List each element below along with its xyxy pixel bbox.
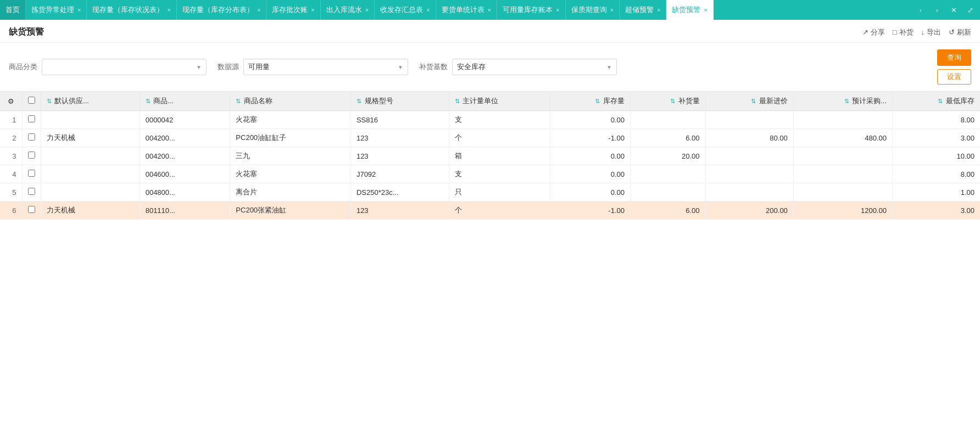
th-supplier[interactable]: ⇅ 默认供应... <box>41 92 140 111</box>
th-name[interactable]: ⇅ 商品名称 <box>230 92 351 111</box>
share-button[interactable]: ↗ 分享 <box>862 27 885 37</box>
nav-controls: ‹ › ✕ ⤢ <box>913 2 980 18</box>
nav-tab-close-inout-flow[interactable]: × <box>365 7 369 13</box>
nav-tab-close-shortage[interactable]: × <box>704 7 707 13</box>
row-checkbox-1[interactable] <box>28 133 35 141</box>
table-body: 1 0000042 火花塞 SS816 支 0.00 8.00 2 力天机械 0… <box>0 111 980 220</box>
cell-unit-5: 个 <box>449 201 550 220</box>
nav-tab-close-expiry[interactable]: × <box>610 7 614 13</box>
nav-tab-overstock[interactable]: 超储预警× <box>620 0 666 20</box>
th-estimate[interactable]: ⇅ 预计采购... <box>793 92 892 111</box>
cell-replenish-5: 6.00 <box>630 201 705 220</box>
nav-tab-stock-dist[interactable]: 现存量（库存分布表）× <box>177 0 266 20</box>
cell-minstock-3: 8.00 <box>893 165 980 183</box>
row-checkbox-0[interactable] <box>28 115 35 122</box>
cell-num-4: 5 <box>0 183 22 201</box>
th-settings[interactable]: ⚙ <box>0 92 22 111</box>
nav-tab-close-exception[interactable]: × <box>77 7 81 13</box>
nav-tab-label-avail-ledger: 可用量库存账本 <box>503 5 553 15</box>
cell-estimate-2 <box>793 147 892 165</box>
row-checkbox-3[interactable] <box>28 170 35 177</box>
cell-supplier-4 <box>41 183 140 201</box>
filter-bar: 商品分类 ▼ 数据源 可用量 ▼ 补货基数 安全库存 ▼ 查询 设置 <box>0 43 980 92</box>
datasource-select[interactable]: 可用量 ▼ <box>243 59 408 75</box>
nav-tab-close-batch[interactable]: × <box>311 7 314 13</box>
th-minstock[interactable]: ⇅ 最低库存 <box>893 92 980 111</box>
nav-tab-batch[interactable]: 库存批次账× <box>266 0 320 20</box>
cell-check-2 <box>22 147 41 165</box>
cell-minstock-2: 10.00 <box>893 147 980 165</box>
nav-tab-expiry[interactable]: 保质期查询× <box>566 0 620 20</box>
sort-minstock-icon: ⇅ <box>938 98 943 104</box>
cell-name-3: 火花塞 <box>230 165 351 183</box>
cell-spec-5: 123 <box>350 201 449 220</box>
nav-tab-home[interactable]: 首页 <box>0 0 26 20</box>
query-button[interactable]: 查询 <box>937 49 971 66</box>
cell-replenish-1: 6.00 <box>630 129 705 147</box>
share-icon: ↗ <box>862 28 868 36</box>
nav-tab-close-recv-summary[interactable]: × <box>426 7 430 13</box>
datasource-value: 可用量 <box>248 62 396 72</box>
cell-replenish-3 <box>630 165 705 183</box>
nav-tab-inout-flow[interactable]: 出入库流水× <box>321 0 375 20</box>
row-checkbox-5[interactable] <box>28 206 35 213</box>
nav-tab-stock-status[interactable]: 现存量（库存状况表）× <box>87 0 176 20</box>
cell-stock-0: 0.00 <box>550 111 630 129</box>
cell-check-3 <box>22 165 41 183</box>
cell-price-2 <box>705 147 793 165</box>
nav-tab-close-overstock[interactable]: × <box>657 7 660 13</box>
cell-spec-0: SS816 <box>350 111 449 129</box>
nav-tab-label-stock-status: 现存量（库存状况表） <box>92 5 164 15</box>
cell-num-5: 6 <box>0 201 22 220</box>
refresh-button[interactable]: ↺ 刷新 <box>949 27 971 37</box>
sort-replenish-icon: ⇅ <box>670 98 675 104</box>
nav-tab-recv-summary[interactable]: 收发存汇总表× <box>375 0 436 20</box>
table-row: 6 力天机械 801110... PC200张紧油缸 123 个 -1.00 6… <box>0 201 980 220</box>
cell-estimate-5: 1200.00 <box>793 201 892 220</box>
row-checkbox-4[interactable] <box>28 188 35 195</box>
cell-check-4 <box>22 183 41 201</box>
cell-unit-0: 支 <box>449 111 550 129</box>
th-stock[interactable]: ⇅ 库存量 <box>550 92 630 111</box>
nav-tab-close-order-stats[interactable]: × <box>488 7 491 13</box>
nav-next-button[interactable]: › <box>929 2 945 18</box>
select-all-checkbox[interactable] <box>28 97 35 104</box>
cell-minstock-4: 1.00 <box>893 183 980 201</box>
row-checkbox-2[interactable] <box>28 152 35 159</box>
nav-close-button[interactable]: ✕ <box>946 2 961 18</box>
datasource-arrow-icon: ▼ <box>398 64 403 70</box>
th-replenish[interactable]: ⇅ 补货量 <box>630 92 705 111</box>
cell-check-0 <box>22 111 41 129</box>
th-unit[interactable]: ⇅ 主计量单位 <box>449 92 550 111</box>
export-icon: ↓ <box>921 28 925 36</box>
replenish-button[interactable]: □ 补货 <box>893 27 914 37</box>
sort-unit-icon: ⇅ <box>455 98 460 104</box>
category-select[interactable]: ▼ <box>42 59 207 75</box>
th-code[interactable]: ⇅ 商品... <box>140 92 230 111</box>
cell-name-1: PC200油缸缸子 <box>230 129 351 147</box>
nav-fullscreen-button[interactable]: ⤢ <box>962 2 978 18</box>
sort-spec-icon: ⇅ <box>357 98 361 104</box>
nav-prev-button[interactable]: ‹ <box>913 2 928 18</box>
th-price[interactable]: ⇅ 最新进价 <box>705 92 793 111</box>
nav-tab-close-stock-dist[interactable]: × <box>257 7 260 13</box>
nav-tab-close-avail-ledger[interactable]: × <box>556 7 559 13</box>
table-header-row: ⚙ ⇅ 默认供应... ⇅ 商品... ⇅ 商品名称 <box>0 92 980 111</box>
th-checkbox <box>22 92 41 111</box>
nav-tab-shortage[interactable]: 缺货预警× <box>666 0 713 20</box>
nav-tab-exception[interactable]: 拣货异常处理× <box>26 0 87 20</box>
category-label: 商品分类 <box>9 62 37 72</box>
cell-estimate-1: 480.00 <box>793 129 892 147</box>
nav-tab-order-stats[interactable]: 要货单统计表× <box>436 0 497 20</box>
cell-num-3: 4 <box>0 165 22 183</box>
cell-replenish-0 <box>630 111 705 129</box>
main-content: 缺货预警 ↗ 分享 □ 补货 ↓ 导出 ↺ 刷新 商品分类 <box>0 20 980 437</box>
nav-tab-avail-ledger[interactable]: 可用量库存账本× <box>497 0 565 20</box>
replenish-base-select[interactable]: 安全库存 ▼ <box>452 59 617 75</box>
settings-button[interactable]: 设置 <box>937 69 971 85</box>
cell-stock-5: -1.00 <box>550 201 630 220</box>
nav-tab-close-stock-status[interactable]: × <box>167 7 170 13</box>
table-row: 4 004600... 火花塞 J7092 支 0.00 8.00 <box>0 165 980 183</box>
th-spec[interactable]: ⇅ 规格型号 <box>350 92 449 111</box>
export-button[interactable]: ↓ 导出 <box>921 27 942 37</box>
